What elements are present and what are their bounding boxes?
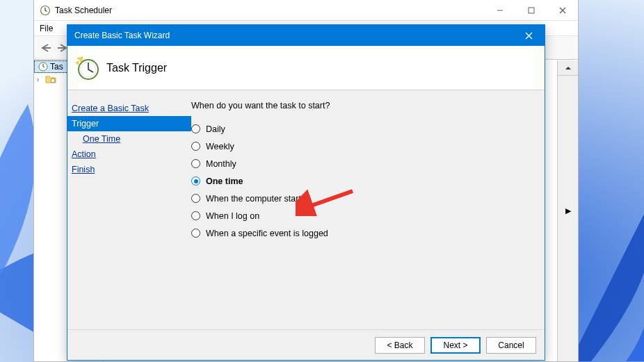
nav-step-finish[interactable]: Finish (67, 162, 191, 177)
parent-titlebar: Task Scheduler (34, 0, 578, 21)
parent-close-button[interactable] (547, 0, 578, 21)
tree-root-label: Tas (50, 62, 63, 72)
minimize-button[interactable] (484, 0, 515, 21)
radio-icon (191, 159, 200, 168)
actions-pane: ▶ (557, 60, 578, 361)
parent-window-controls (484, 0, 578, 21)
radio-label: When the computer starts (206, 194, 305, 204)
parent-title: Task Scheduler (55, 6, 112, 15)
nav-step-onetime[interactable]: One Time (67, 131, 191, 147)
radio-label: One time (206, 176, 243, 186)
next-button[interactable]: Next > (430, 337, 481, 354)
nav-back-icon[interactable] (38, 40, 54, 56)
radio-icon (191, 176, 200, 186)
wizard-footer: < Back Next > Cancel (67, 329, 545, 360)
svg-rect-3 (529, 8, 534, 13)
create-basic-task-wizard: Create Basic Task Wizard Task Trigger Cr… (67, 24, 545, 361)
nav-step-create[interactable]: Create a Basic Task (67, 101, 191, 116)
clock-icon (40, 5, 51, 16)
wizard-title: Create Basic Task Wizard (74, 31, 170, 40)
maximize-button[interactable] (515, 0, 547, 21)
radio-icon (191, 194, 200, 203)
cancel-button[interactable]: Cancel (486, 337, 536, 354)
actions-header (558, 60, 578, 76)
radio-startup[interactable]: When the computer starts (191, 190, 545, 207)
wizard-nav: Create a Basic Task Trigger One Time Act… (67, 91, 191, 329)
nav-step-trigger[interactable]: Trigger (67, 116, 191, 131)
folder-icon (45, 74, 56, 85)
radio-event[interactable]: When a specific event is logged (191, 224, 545, 242)
radio-label: Daily (206, 124, 225, 134)
wizard-heading: Task Trigger (106, 62, 167, 74)
radio-icon (191, 124, 200, 133)
menu-file[interactable]: File (40, 24, 53, 33)
radio-label: When a specific event is logged (206, 229, 328, 238)
wizard-body: Create a Basic Task Trigger One Time Act… (67, 91, 545, 329)
radio-icon (191, 211, 200, 220)
radio-label: When I log on (206, 211, 259, 221)
radio-label: Monthly (206, 159, 236, 169)
task-trigger-icon (73, 54, 101, 82)
trigger-question: When do you want the task to start? (191, 101, 545, 110)
wizard-titlebar: Create Basic Task Wizard (67, 25, 545, 46)
radio-monthly[interactable]: Monthly (191, 155, 545, 172)
radio-logon[interactable]: When I log on (191, 207, 545, 224)
wizard-close-button[interactable] (513, 25, 545, 46)
wizard-header: Task Trigger (67, 46, 545, 90)
wizard-content: When do you want the task to start? Dail… (191, 91, 545, 329)
svg-point-9 (51, 79, 55, 83)
scroll-right-icon[interactable]: ▶ (558, 206, 578, 215)
radio-label: Weekly (206, 142, 234, 151)
nav-step-action[interactable]: Action (67, 147, 191, 162)
radio-onetime[interactable]: One time (191, 172, 545, 190)
expand-icon[interactable]: › (37, 76, 45, 83)
radio-weekly[interactable]: Weekly (191, 138, 545, 155)
radio-daily[interactable]: Daily (191, 120, 545, 138)
radio-icon (191, 142, 200, 151)
back-button[interactable]: < Back (375, 337, 425, 354)
clock-icon (38, 61, 49, 72)
radio-icon (191, 229, 200, 238)
